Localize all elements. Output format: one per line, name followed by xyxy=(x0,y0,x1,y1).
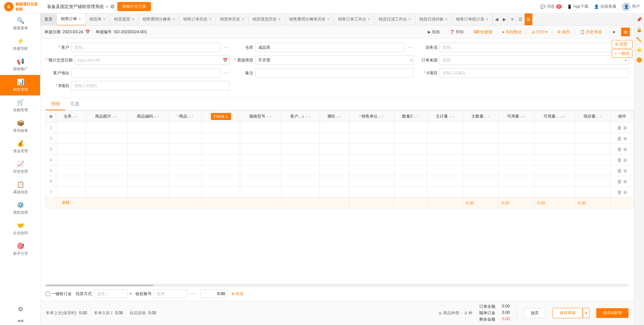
row5-attr[interactable] xyxy=(319,165,349,176)
horizontal-scrollbar[interactable] xyxy=(46,284,629,286)
row1-unit[interactable] xyxy=(349,122,394,133)
row3-code[interactable] xyxy=(127,144,169,155)
remark-input[interactable] xyxy=(255,68,414,78)
row2-delete-icon[interactable]: 🗑 xyxy=(617,136,622,141)
row1-code[interactable] xyxy=(127,122,169,133)
row5-warehouse[interactable] xyxy=(56,165,86,176)
th-code-sort[interactable]: 商品编码 ▲▼ xyxy=(137,114,160,119)
system-dropdown-icon[interactable]: ▾ xyxy=(106,4,108,9)
row2-warehouse[interactable] xyxy=(56,133,86,144)
customer-more-btn[interactable]: ··· xyxy=(223,44,230,50)
message-btn[interactable]: 💬 消息 9 xyxy=(540,4,562,9)
one-click-checkbox-label[interactable]: 一键收订金 xyxy=(46,291,72,297)
tab-expense[interactable]: 销售费用分摊单 ✕ xyxy=(139,13,179,26)
row3-copy-icon[interactable]: ⊕ xyxy=(623,147,627,152)
th-current-sort[interactable]: 现存量 ▲▼ xyxy=(583,114,602,119)
row1-product[interactable] xyxy=(169,122,202,133)
payment-method-dropdown[interactable]: ▾ xyxy=(129,291,131,296)
row3-attr[interactable] xyxy=(319,144,349,155)
tab-workbench[interactable]: 销售订单工作台 ✕ xyxy=(334,13,375,26)
sidebar-item-system[interactable]: ⚙️ 系统管理 xyxy=(0,198,40,218)
save-new-btn[interactable]: 保存&新增 xyxy=(596,308,629,318)
layout-list-btn[interactable]: ≡ xyxy=(610,28,618,36)
sidebar-item-collab[interactable]: 🤝 企业协同 xyxy=(0,218,40,239)
sidebar-item-marketing[interactable]: 📢 营销推广 xyxy=(0,54,40,75)
row7-code[interactable] xyxy=(127,187,169,198)
row4-product[interactable] xyxy=(169,155,202,165)
sidebar-item-finance[interactable]: 💰 资金管理 xyxy=(0,136,40,157)
row3-unit[interactable] xyxy=(349,144,394,155)
sidebar-item-nav[interactable]: ⚡ 快捷导航 xyxy=(0,34,40,54)
row5-qty2[interactable] xyxy=(394,165,427,176)
th-available-sort[interactable]: 可用量 ▲▼ xyxy=(507,114,526,119)
row4-qty2[interactable] xyxy=(394,155,427,165)
row1-warehouse[interactable] xyxy=(56,122,86,133)
th-spec-sort[interactable]: 规格型号 ▲▼ xyxy=(249,114,272,119)
row2-qty2[interactable] xyxy=(394,133,427,144)
save-draft-btn[interactable]: 保存草稿 xyxy=(553,308,583,318)
row4-main-qty[interactable] xyxy=(463,155,499,165)
tab-close-sales-goods[interactable]: ✕ xyxy=(103,17,106,21)
order-source-dropdown-icon[interactable]: ▾ xyxy=(625,58,627,62)
tab-detail[interactable]: 明细 xyxy=(46,98,65,110)
row5-product[interactable] xyxy=(169,165,202,176)
tab-nav-next[interactable]: ▶ xyxy=(500,13,508,26)
layout-grid-btn[interactable]: ⊞ xyxy=(621,28,630,36)
a-project-input[interactable] xyxy=(440,68,629,78)
tab-close-daily-workbench[interactable]: ✕ xyxy=(408,17,411,21)
row1-copy-icon[interactable]: ⊕ xyxy=(623,125,627,130)
row5-main-unit[interactable] xyxy=(427,165,463,176)
right-sidebar-edit-icon[interactable]: ✏️ xyxy=(635,35,644,44)
tab-close-reconcile[interactable]: ✕ xyxy=(445,17,448,21)
row3-product[interactable] xyxy=(169,144,202,155)
tab-nav-prev[interactable]: ◀ xyxy=(493,13,500,26)
tab-order-history[interactable]: 销售订单历史 ✕ xyxy=(179,13,216,26)
row7-product[interactable] xyxy=(169,187,202,198)
row2-main-unit[interactable] xyxy=(427,133,463,144)
row7-unit[interactable] xyxy=(349,187,394,198)
tab-close-workbench[interactable]: ✕ xyxy=(368,17,370,21)
tab-close-order-history[interactable]: ✕ xyxy=(209,17,212,21)
tab-daily-workbench[interactable]: 钱货日清工作台 ✕ xyxy=(375,13,415,26)
row6-delete-icon[interactable]: 🗑 xyxy=(617,179,622,184)
tab-nav-menu[interactable]: ☰ xyxy=(516,13,525,26)
history-btn[interactable]: 📋 历史单据 xyxy=(578,29,604,36)
warehouse-input[interactable] xyxy=(255,43,405,52)
row2-customer-code[interactable] xyxy=(281,133,319,144)
system-settings-icon[interactable]: ⚙ xyxy=(110,3,115,10)
tab-expense-history[interactable]: 销售费用分摊单历史 ✕ xyxy=(285,13,334,26)
invoice-dropdown-icon[interactable]: ▾ xyxy=(410,58,412,62)
scroll-thumb[interactable] xyxy=(46,285,153,286)
delivery-calendar-icon[interactable]: 📅 xyxy=(223,58,228,63)
row6-product[interactable] xyxy=(169,176,202,187)
th-attr-sort[interactable]: 属性 ▲▼ xyxy=(327,114,342,119)
sidebar-item-inventory[interactable]: 📦 库存核算 xyxy=(0,116,40,136)
tab-close-goods-history[interactable]: ✕ xyxy=(241,17,244,21)
tab-reconcile[interactable]: 钱货日清对账 ✕ xyxy=(415,13,452,26)
right-sidebar-lock-icon[interactable]: 🔒 xyxy=(635,25,644,34)
th-product-sort[interactable]: * 商品 ▲▼ xyxy=(177,114,194,119)
right-sidebar-star-icon[interactable]: ⭐ xyxy=(635,45,644,54)
logistics-action-btn[interactable]: + + 物流 xyxy=(612,49,633,58)
tab-home[interactable]: 首页 xyxy=(40,13,57,26)
row3-qty2[interactable] xyxy=(394,144,427,155)
th-available2-sort[interactable]: 可用量... ▲▼ xyxy=(543,114,566,119)
row7-customer-code[interactable] xyxy=(281,187,319,198)
sidebar-item-base[interactable]: 📋 基础信息 xyxy=(0,177,40,198)
online-service-btn[interactable]: 👤 在线客服 xyxy=(594,4,616,9)
row3-delete-icon[interactable]: 🗑 xyxy=(617,147,622,152)
th-qty2-sort[interactable]: 数量2 ▲▼ xyxy=(402,114,419,119)
tab-close-expense[interactable]: ✕ xyxy=(172,17,175,21)
row4-copy-icon[interactable]: ⊕ xyxy=(623,157,627,163)
invoice-input[interactable] xyxy=(255,55,414,65)
row1-attr[interactable] xyxy=(319,122,349,133)
sidebar-item-sales[interactable]: 📊 销售管理 xyxy=(0,75,40,95)
th-main-unit-sort[interactable]: 主计量 ▲▼ xyxy=(436,114,455,119)
row4-main-unit[interactable] xyxy=(427,155,463,165)
row2-code[interactable] xyxy=(127,133,169,144)
one-click-checkbox[interactable] xyxy=(46,292,50,296)
customer-input[interactable] xyxy=(71,43,221,52)
tab-close-return-history[interactable]: ✕ xyxy=(278,17,281,21)
tab-nav-close-all[interactable]: ✕ xyxy=(508,13,516,26)
app-download-btn[interactable]: 📱 App下载 xyxy=(567,4,589,9)
